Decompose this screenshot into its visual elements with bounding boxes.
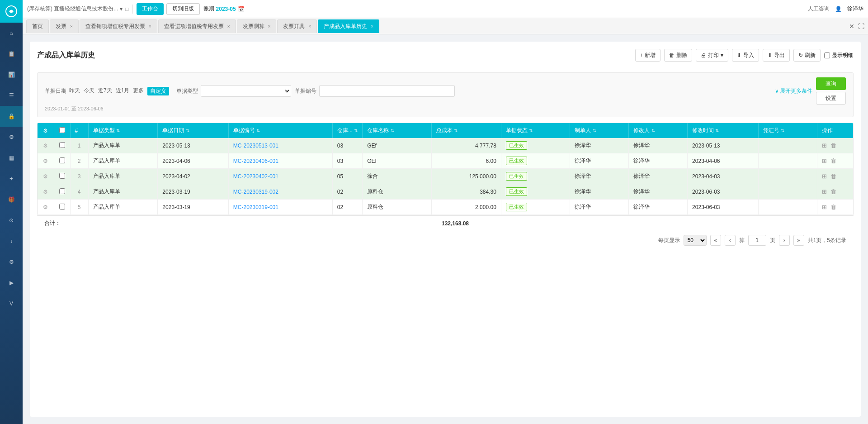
delete-row-icon[interactable]: 🗑 <box>830 188 836 195</box>
sidebar-item-home[interactable]: ⌂ <box>0 23 23 43</box>
th-settings[interactable]: ⚙ <box>38 123 54 138</box>
expand-icon[interactable]: ▾ <box>120 6 123 12</box>
sidebar-item-settings2[interactable]: ⚙ <box>0 127 23 148</box>
setting-button[interactable]: 设置 <box>816 92 846 105</box>
sidebar-item-v[interactable]: V <box>0 293 23 314</box>
tab-check-sales-close[interactable]: × <box>149 24 151 29</box>
td-settings[interactable]: ⚙ <box>38 169 54 184</box>
td-code[interactable]: MC-20230513-001 <box>228 138 332 153</box>
tab-invoice-close[interactable]: × <box>70 24 73 29</box>
th-checkbox[interactable] <box>54 123 70 138</box>
edit-icon[interactable]: ⊞ <box>822 204 827 210</box>
edit-icon[interactable]: ⊞ <box>822 157 827 164</box>
sidebar-item-download[interactable]: ↓ <box>0 231 23 252</box>
th-voucher[interactable]: 凭证号 ⇅ <box>758 123 817 138</box>
delete-row-icon[interactable]: 🗑 <box>830 204 836 210</box>
tab-check-input-vat[interactable]: 查看进项增值税专用发票 × <box>158 19 236 33</box>
select-all-checkbox[interactable] <box>59 127 65 133</box>
tab-invoice-open-close[interactable]: × <box>308 24 311 29</box>
calendar-icon[interactable]: 📅 <box>238 6 245 12</box>
sidebar-item-gift[interactable]: 🎁 <box>0 189 23 210</box>
workbench-button[interactable]: 工作台 <box>137 3 164 15</box>
edit-icon[interactable]: ⊞ <box>822 173 827 180</box>
tab-check-input-close[interactable]: × <box>227 24 230 29</box>
sidebar-item-table[interactable]: ▦ <box>0 148 23 168</box>
show-detail-checkbox-container[interactable]: 显示明细 <box>824 52 854 59</box>
td-settings[interactable]: ⚙ <box>38 184 54 200</box>
date-shortcut-today[interactable]: 今天 <box>84 87 94 95</box>
tab-home[interactable]: 首页 <box>26 19 49 33</box>
td-code[interactable]: MC-20230406-001 <box>228 153 332 169</box>
sidebar-item-document[interactable]: 📋 <box>0 43 23 64</box>
show-detail-checkbox[interactable] <box>824 52 830 58</box>
code-link[interactable]: MC-20230319-002 <box>233 189 278 195</box>
copy-icon[interactable]: □ <box>125 6 128 12</box>
td-checkbox[interactable] <box>54 138 70 153</box>
td-checkbox[interactable] <box>54 184 70 200</box>
export-button[interactable]: ⬆ 导出 <box>763 49 790 62</box>
th-date[interactable]: 单据日期 ⇅ <box>158 123 229 138</box>
ai-consult-link[interactable]: 人工咨询 <box>808 5 830 13</box>
th-modifier[interactable]: 修改人 ⇅ <box>629 123 688 138</box>
switch-version-button[interactable]: 切到旧版 <box>166 3 200 15</box>
sidebar-item-lock[interactable]: 🔒 <box>0 106 23 127</box>
sidebar-item-stamp[interactable]: ✦ <box>0 168 23 189</box>
tab-product-instock-close[interactable]: × <box>371 24 373 29</box>
th-warehouse-name[interactable]: 仓库名称 ⇅ <box>363 123 432 138</box>
date-shortcut-yesterday[interactable]: 昨天 <box>69 87 80 95</box>
td-settings[interactable]: ⚙ <box>38 200 54 215</box>
code-link[interactable]: MC-20230406-001 <box>233 158 278 164</box>
td-code[interactable]: MC-20230319-002 <box>228 184 332 200</box>
td-checkbox[interactable] <box>54 200 70 215</box>
tab-product-instock-history[interactable]: 产成品入库单历史 × <box>318 19 379 33</box>
edit-icon[interactable]: ⊞ <box>822 142 827 149</box>
td-checkbox[interactable] <box>54 153 70 169</box>
code-link[interactable]: MC-20230402-001 <box>233 173 278 180</box>
td-code[interactable]: MC-20230319-001 <box>228 200 332 215</box>
td-code[interactable]: MC-20230402-001 <box>228 169 332 184</box>
code-link[interactable]: MC-20230319-001 <box>233 204 278 210</box>
th-creator[interactable]: 制单人 ⇅ <box>570 123 629 138</box>
sidebar-item-gear2[interactable]: ⚙ <box>0 252 23 272</box>
date-shortcut-1month[interactable]: 近1月 <box>116 87 130 95</box>
delete-row-icon[interactable]: 🗑 <box>830 157 836 164</box>
tab-invoice-open[interactable]: 发票开具 × <box>277 19 317 33</box>
th-modify-time[interactable]: 修改时间 ⇅ <box>688 123 759 138</box>
sidebar-item-play[interactable]: ▶ <box>0 272 23 293</box>
tab-invoice-calc[interactable]: 发票测算 × <box>237 19 277 33</box>
tab-maximize-icon[interactable]: ⛶ <box>858 23 864 30</box>
tab-check-sales-vat[interactable]: 查看销项增值税专用发票 × <box>80 19 157 33</box>
delete-row-icon[interactable]: 🗑 <box>830 142 836 149</box>
next-page-button[interactable]: › <box>779 235 790 246</box>
query-button[interactable]: 查询 <box>816 77 846 90</box>
import-button[interactable]: ⬇ 导入 <box>732 49 759 62</box>
delete-button[interactable]: 🗑 删除 <box>664 49 692 62</box>
print-button[interactable]: 🖨 打印 ▾ <box>696 49 728 62</box>
first-page-button[interactable]: « <box>710 235 721 246</box>
th-status[interactable]: 单据状态 ⇅ <box>501 123 570 138</box>
filter-type-select[interactable] <box>201 85 291 97</box>
page-number-input[interactable] <box>748 235 766 246</box>
refresh-button[interactable]: ↻ 刷新 <box>793 49 821 62</box>
prev-page-button[interactable]: ‹ <box>725 235 736 246</box>
filter-number-input[interactable] <box>319 85 455 97</box>
td-checkbox[interactable] <box>54 169 70 184</box>
td-settings[interactable]: ⚙ <box>38 138 54 153</box>
date-shortcut-7days[interactable]: 近7天 <box>98 87 112 95</box>
tab-close-all-icon[interactable]: ✕ <box>849 23 854 30</box>
tab-invoice-calc-close[interactable]: × <box>268 24 271 29</box>
th-warehouse-code[interactable]: 仓库... ⇅ <box>332 123 362 138</box>
delete-row-icon[interactable]: 🗑 <box>830 173 836 180</box>
tab-invoice[interactable]: 发票 × <box>50 19 79 33</box>
edit-icon[interactable]: ⊞ <box>822 188 827 195</box>
td-settings[interactable]: ⚙ <box>38 153 54 169</box>
user-name[interactable]: 徐泽华 <box>847 5 863 13</box>
date-shortcut-more[interactable]: 更多 <box>133 87 144 95</box>
date-shortcut-custom[interactable]: 自定义 <box>147 87 169 95</box>
per-page-select[interactable]: 50 100 200 <box>684 235 707 246</box>
expand-more-btn[interactable]: ∨ 展开更多条件 <box>775 87 812 95</box>
code-link[interactable]: MC-20230513-001 <box>233 143 278 149</box>
new-button[interactable]: + 新增 <box>635 49 660 62</box>
last-page-button[interactable]: » <box>793 235 804 246</box>
th-code[interactable]: 单据编号 ⇅ <box>228 123 332 138</box>
